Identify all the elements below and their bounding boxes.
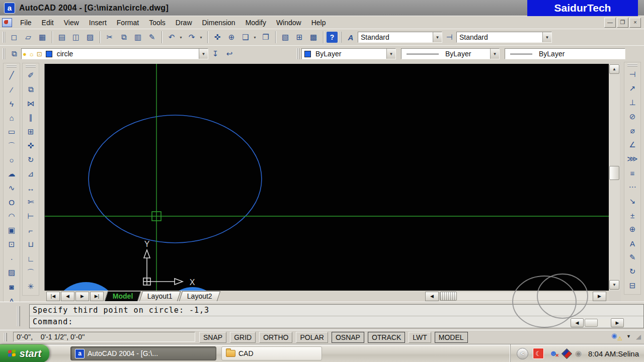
stretch-button[interactable]: ↔ bbox=[24, 181, 37, 195]
dim-radius-button[interactable]: ⊘ bbox=[626, 110, 639, 124]
arc-button[interactable]: ⌒ bbox=[5, 139, 18, 153]
layer-combo[interactable]: ● ☼ ⊡ circle ▼ bbox=[21, 48, 208, 59]
new-button[interactable]: ◻ bbox=[8, 31, 21, 44]
point-button[interactable]: ∙ bbox=[5, 251, 18, 265]
dim-linear-button[interactable]: ⊣ bbox=[626, 67, 639, 81]
taskbar-item-autocad[interactable]: a AutoCAD 2004 - [G:\... bbox=[70, 346, 216, 360]
dim-update-button[interactable]: ↻ bbox=[626, 264, 639, 279]
layer-manager-button[interactable]: ⧉ bbox=[8, 47, 21, 60]
toolbar-grip[interactable] bbox=[3, 48, 5, 59]
redo-button[interactable]: ↷ bbox=[185, 31, 198, 44]
lineweight-combo[interactable]: ByLayer bbox=[505, 48, 625, 59]
line-button[interactable]: ╱ bbox=[5, 68, 18, 82]
tab-nav-[interactable]: |◀ bbox=[46, 292, 60, 301]
layer-freeze-icon[interactable]: ☼ bbox=[29, 50, 35, 58]
restore-button[interactable]: ❐ bbox=[617, 18, 628, 28]
pan-realtime-button[interactable]: ✜ bbox=[211, 31, 224, 44]
menu-file[interactable]: File bbox=[15, 17, 37, 28]
properties-button[interactable]: ▧ bbox=[279, 31, 292, 44]
match-properties-button[interactable]: ✎ bbox=[145, 31, 158, 44]
dim-diameter-button[interactable]: ⌀ bbox=[626, 124, 639, 138]
scroll-thumb[interactable] bbox=[609, 166, 619, 180]
chevron-down-icon[interactable]: ▼ bbox=[490, 49, 499, 59]
chevron-down-icon[interactable]: ▼ bbox=[542, 32, 551, 42]
taskbar-item-cad-folder[interactable]: CAD bbox=[221, 346, 322, 360]
tray-messenger-icon[interactable]: ☻✕ bbox=[548, 349, 558, 358]
layer-on-icon[interactable]: ● bbox=[23, 50, 27, 58]
erase-button[interactable]: ✐ bbox=[24, 68, 37, 82]
start-button[interactable]: start bbox=[0, 344, 49, 362]
tray-recorder-icon[interactable]: ☾ bbox=[533, 348, 544, 359]
quick-dimension-button[interactable]: ⋙ bbox=[626, 152, 639, 166]
dim-style-combo[interactable]: Standard ▼ bbox=[456, 32, 552, 43]
mirror-button[interactable]: ⋈ bbox=[24, 97, 37, 111]
publish-button[interactable]: ▨ bbox=[84, 31, 97, 44]
toolbar-grip[interactable] bbox=[3, 32, 5, 43]
layer-previous-button[interactable]: ↩ bbox=[223, 47, 236, 60]
menu-insert[interactable]: Insert bbox=[84, 17, 112, 28]
chevron-down-icon[interactable]: ▼ bbox=[199, 49, 208, 59]
menu-draw[interactable]: Draw bbox=[171, 17, 197, 28]
minimize-button[interactable]: — bbox=[604, 18, 616, 28]
vertical-scrollbar[interactable]: ▲ ▼ bbox=[609, 64, 620, 291]
insert-block-button[interactable]: ▣ bbox=[5, 223, 18, 237]
ellipse-button[interactable]: Ο bbox=[5, 195, 18, 209]
plot-preview-button[interactable]: ◫ bbox=[69, 31, 83, 44]
scroll-track[interactable] bbox=[599, 319, 610, 326]
communication-center-icon[interactable]: ◉ ⚠ bbox=[611, 332, 621, 341]
menu-window[interactable]: Window bbox=[271, 17, 306, 28]
scroll-down-button[interactable]: ▼ bbox=[609, 280, 619, 290]
dim-edit-button[interactable]: ✎ bbox=[626, 250, 639, 264]
center-mark-button[interactable]: ⊕ bbox=[626, 222, 639, 236]
spline-button[interactable]: ∿ bbox=[5, 181, 18, 195]
tab-nav-[interactable]: ◀ bbox=[61, 292, 74, 301]
make-object-layer-current-button[interactable]: ↧ bbox=[209, 47, 222, 60]
status-toggle-ortho[interactable]: ORTHO bbox=[259, 332, 292, 343]
zoom-window-button[interactable]: ❑ bbox=[239, 31, 252, 44]
dim-baseline-button[interactable]: ≡ bbox=[626, 166, 639, 180]
zoom-previous-button[interactable]: ❐ bbox=[259, 31, 272, 44]
tray-collapse-button[interactable]: < bbox=[517, 348, 528, 359]
menu-view[interactable]: View bbox=[59, 17, 84, 28]
close-button[interactable]: × bbox=[629, 18, 641, 28]
status-toggle-grid[interactable]: GRID bbox=[230, 332, 256, 343]
revision-cloud-button[interactable]: ☁ bbox=[5, 167, 18, 181]
tab-layout2[interactable]: Layout2 bbox=[179, 291, 220, 301]
tray-codec-icon[interactable] bbox=[561, 348, 572, 358]
dim-angular-button[interactable]: ∠ bbox=[626, 138, 639, 152]
linetype-combo[interactable]: ByLayer ▼ bbox=[401, 48, 500, 59]
fillet-button[interactable]: ⌒ bbox=[24, 265, 37, 280]
status-toggle-lwt[interactable]: LWT bbox=[409, 332, 431, 343]
toolbar-grip[interactable] bbox=[26, 65, 36, 67]
tab-layout1[interactable]: Layout1 bbox=[139, 291, 181, 301]
tab-nav-[interactable]: ▶ bbox=[75, 292, 89, 301]
status-toggle-polar[interactable]: POLAR bbox=[296, 332, 328, 343]
zoom-dropdown[interactable]: ▾ bbox=[252, 31, 258, 44]
tool-palettes-button[interactable]: ▩ bbox=[307, 31, 320, 44]
paste-button[interactable]: ▥ bbox=[131, 31, 144, 44]
layer-lock-icon[interactable]: ⊡ bbox=[37, 50, 42, 58]
tab-nav-[interactable]: ▶| bbox=[90, 292, 104, 301]
status-menu-arrow-icon[interactable]: ▼ bbox=[626, 334, 631, 339]
help-button[interactable]: ? bbox=[327, 32, 338, 43]
color-combo[interactable]: ByLayer ▼ bbox=[301, 48, 396, 59]
ellipse-arc-button[interactable]: ◠ bbox=[5, 209, 18, 223]
dim-aligned-button[interactable]: ↗ bbox=[626, 81, 639, 96]
open-button[interactable]: ▱ bbox=[22, 31, 35, 44]
dim-continue-button[interactable]: ⋯ bbox=[626, 180, 639, 194]
save-button[interactable]: ▦ bbox=[36, 31, 49, 44]
designcenter-button[interactable]: ⊞ bbox=[293, 31, 306, 44]
chamfer-button[interactable]: ∟ bbox=[24, 251, 37, 265]
menu-format[interactable]: Format bbox=[112, 17, 144, 28]
dim-text-edit-button[interactable]: A bbox=[626, 236, 639, 250]
tolerance-button[interactable]: ± bbox=[626, 208, 639, 222]
polyline-button[interactable]: ϟ bbox=[5, 97, 18, 111]
toolbar-grip[interactable] bbox=[7, 65, 17, 67]
explode-button[interactable]: ✳ bbox=[24, 280, 37, 294]
toolbar-grip[interactable] bbox=[339, 32, 342, 43]
scroll-thumb[interactable] bbox=[585, 319, 598, 327]
menu-modify[interactable]: Modify bbox=[240, 17, 271, 28]
copy-button[interactable]: ⧉ bbox=[117, 31, 130, 44]
scroll-track[interactable] bbox=[457, 292, 593, 300]
resize-grip-icon[interactable]: ◢ bbox=[636, 333, 641, 340]
